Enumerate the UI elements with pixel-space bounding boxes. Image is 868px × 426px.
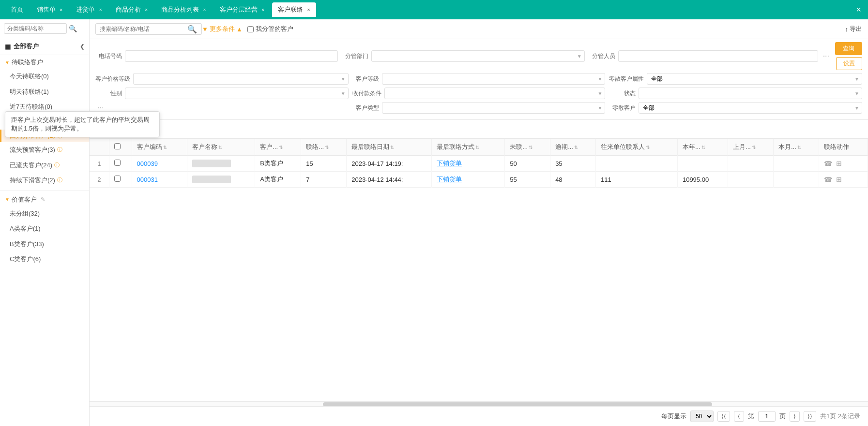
status-select[interactable] bbox=[639, 88, 862, 99]
nav-item-purchase[interactable]: 进货单 × bbox=[70, 2, 107, 17]
retail-customer-field: 零散客户 全部 ▼ bbox=[609, 102, 862, 114]
phone-input[interactable] bbox=[125, 50, 338, 62]
payment-select[interactable] bbox=[384, 88, 606, 99]
first-page-button[interactable]: ⟨⟨ bbox=[717, 411, 730, 422]
price-level-field: 客户价格等级 ▼ bbox=[95, 73, 349, 85]
all-customers-header[interactable]: ▦ 全部客户 ❮ bbox=[0, 38, 89, 55]
close-icon[interactable]: × bbox=[307, 7, 310, 13]
close-icon[interactable]: × bbox=[99, 7, 102, 13]
nav-item-customer-layer[interactable]: 客户分层经营 × bbox=[214, 2, 270, 17]
query-button[interactable]: 查询 bbox=[835, 42, 862, 55]
collapse-icon: ❮ bbox=[80, 44, 84, 50]
prev-page-button[interactable]: ⟨ bbox=[734, 411, 744, 422]
export-button[interactable]: ↑ 导出 bbox=[845, 25, 863, 33]
sidebar-item-tomorrow[interactable]: 明天待联络(1) bbox=[0, 84, 89, 100]
sidebar-search-area: 🔍 bbox=[0, 19, 89, 38]
my-customers-checkbox[interactable] bbox=[247, 26, 254, 32]
sidebar-item-class-b[interactable]: B类客户(33) bbox=[0, 236, 89, 252]
col-unit-contact[interactable]: 往来单位联系人 ⇅ bbox=[596, 139, 678, 156]
more-conditions-btn[interactable]: ▼ 更多条件 ▲ bbox=[202, 25, 243, 33]
close-icon[interactable]: × bbox=[60, 7, 62, 13]
sidebar-item-class-a[interactable]: A类客户(1) bbox=[0, 221, 89, 236]
sidebar-item-ungrouped[interactable]: 未分组(32) bbox=[0, 206, 89, 221]
cell-contact-2: 7 bbox=[301, 172, 347, 188]
page-label: 第 bbox=[748, 412, 754, 421]
close-icon[interactable]: × bbox=[261, 7, 264, 13]
status-field: 状态 ▼ bbox=[609, 88, 862, 99]
sidebar-search-icon[interactable]: 🔍 bbox=[69, 25, 77, 32]
contact-icon-1[interactable]: ☎ bbox=[824, 160, 832, 167]
sort-icon-last-date: ⇅ bbox=[390, 145, 394, 150]
col-this-year[interactable]: 本年... ⇅ bbox=[677, 139, 728, 156]
cell-last-way-1[interactable]: 下销货单 bbox=[432, 156, 505, 172]
col-overdue[interactable]: 逾期... ⇅ bbox=[550, 139, 596, 156]
retail-customer-select[interactable]: 全部 bbox=[639, 102, 862, 114]
page-total: 共1页 2条记录 bbox=[820, 412, 860, 421]
search-button[interactable]: 🔍 bbox=[187, 25, 197, 34]
cell-code-2[interactable]: 000031 bbox=[132, 172, 187, 188]
horizontal-scrollbar[interactable] bbox=[90, 401, 868, 406]
close-icon[interactable]: × bbox=[145, 7, 148, 13]
more-action-icon-1[interactable]: ⊞ bbox=[836, 160, 842, 167]
value-customer-group[interactable]: ▼ 价值客户 ✎ bbox=[0, 192, 89, 206]
nav-item-analysis-list[interactable]: 商品分析列表 × bbox=[155, 2, 212, 17]
col-type[interactable]: 客户... ⇅ bbox=[255, 139, 301, 156]
last-page-button[interactable]: ⟩⟩ bbox=[804, 411, 816, 422]
page-input[interactable] bbox=[758, 411, 776, 422]
dept-select[interactable] bbox=[371, 50, 584, 62]
cell-uncontact-2: 55 bbox=[505, 172, 550, 188]
sort-icon-code: ⇅ bbox=[163, 145, 167, 150]
cell-overdue-2: 48 bbox=[550, 172, 596, 188]
price-level-select[interactable] bbox=[133, 73, 349, 85]
close-icon[interactable]: × bbox=[203, 7, 206, 13]
cell-last-way-2[interactable]: 下销货单 bbox=[432, 172, 505, 188]
nav-item-sales[interactable]: 销售单 × bbox=[31, 2, 68, 17]
more-dots-1[interactable]: ··· bbox=[821, 52, 831, 60]
pending-contact-group[interactable]: ▼ 待联络客户 bbox=[0, 55, 89, 69]
sort-icon-last-way: ⇅ bbox=[475, 145, 479, 150]
row-checkbox-2[interactable] bbox=[114, 176, 121, 182]
customer-type-select[interactable] bbox=[382, 102, 606, 114]
edit-icon-value[interactable]: ✎ bbox=[41, 196, 45, 203]
sidebar-item-already-lost[interactable]: 已流失客户(24) ⓘ bbox=[0, 158, 89, 173]
col-this-month[interactable]: 本月... ⇅ bbox=[773, 139, 819, 156]
header-checkbox[interactable] bbox=[114, 143, 121, 149]
customer-level-select[interactable] bbox=[382, 73, 606, 85]
more-action-icon-2[interactable]: ⊞ bbox=[836, 176, 842, 183]
col-last-month[interactable]: 上月... ⇅ bbox=[728, 139, 774, 156]
nav-item-home[interactable]: 首页 bbox=[5, 2, 29, 17]
col-code[interactable]: 客户编码 ⇅ bbox=[132, 139, 187, 156]
cell-code-1[interactable]: 000039 bbox=[132, 156, 187, 172]
scrollbar-thumb[interactable] bbox=[323, 402, 712, 406]
col-contact[interactable]: 联络... ⇅ bbox=[301, 139, 347, 156]
per-page-select[interactable]: 50 bbox=[690, 411, 714, 422]
contact-icon-2[interactable]: ☎ bbox=[824, 176, 832, 183]
sidebar-search-input[interactable] bbox=[4, 23, 67, 34]
cell-this-year-1 bbox=[677, 156, 728, 172]
chevron-up-icon: ▲ bbox=[236, 26, 243, 33]
sidebar-item-class-c[interactable]: C类客户(6) bbox=[0, 251, 89, 267]
cell-last-month-2 bbox=[728, 172, 774, 188]
person-input[interactable] bbox=[618, 50, 818, 62]
nav-item-analysis[interactable]: 商品分析 × bbox=[110, 2, 153, 17]
nav-item-customer-contact[interactable]: 客户联络 × bbox=[272, 2, 316, 17]
col-uncontact[interactable]: 未联... ⇅ bbox=[505, 139, 550, 156]
sidebar-item-today[interactable]: 今天待联络(0) bbox=[0, 69, 89, 84]
retail-attr-select[interactable]: 全部 bbox=[647, 73, 862, 85]
col-last-way[interactable]: 最后联络方式 ⇅ bbox=[432, 139, 505, 156]
cell-name-2 bbox=[187, 172, 255, 188]
grid-icon: ▦ bbox=[5, 43, 11, 50]
col-name[interactable]: 客户名称 ⇅ bbox=[187, 139, 255, 156]
window-close-button[interactable]: × bbox=[854, 3, 863, 17]
cell-contact-1: 15 bbox=[301, 156, 347, 172]
settings-button[interactable]: 设置 bbox=[836, 57, 862, 70]
action-icons-1: ☎ ⊞ bbox=[824, 160, 863, 167]
my-customers-checkbox-label[interactable]: 我分管的客户 bbox=[247, 25, 293, 33]
col-last-date[interactable]: 最后联络日期 ⇅ bbox=[347, 139, 432, 156]
sidebar-item-lost-pre[interactable]: 流失预警客户(3) ⓘ bbox=[0, 142, 89, 157]
row-checkbox-1[interactable] bbox=[114, 160, 121, 166]
next-page-button[interactable]: ⟩ bbox=[790, 411, 800, 422]
search-input[interactable] bbox=[95, 23, 202, 35]
gender-select[interactable] bbox=[125, 88, 349, 99]
sidebar-item-keep-down[interactable]: 持续下滑客户(2) ⓘ bbox=[0, 173, 89, 188]
